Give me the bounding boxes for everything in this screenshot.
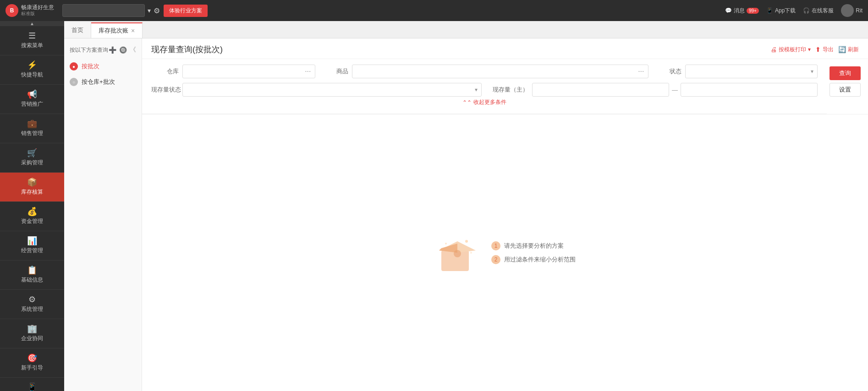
sidebar-item-operations[interactable]: 📊 经营管理 bbox=[0, 231, 64, 261]
enterprise-icon: 🏢 bbox=[27, 325, 37, 333]
sidebar-label-basics: 基础信息 bbox=[21, 276, 43, 284]
svg-point-4 bbox=[465, 240, 468, 243]
tab-close-btn[interactable]: × bbox=[131, 27, 135, 34]
sidebar-item-newbie[interactable]: 🎯 新手引导 bbox=[0, 348, 64, 378]
header-search-input[interactable] bbox=[62, 4, 145, 17]
filter-item-by-warehouse-batch[interactable]: ○ 按仓库+批次 bbox=[64, 74, 142, 90]
newbie-icon: 🎯 bbox=[27, 354, 37, 362]
sidebar-item-quick-nav[interactable]: ⚡ 快捷导航 bbox=[0, 55, 64, 85]
message-label: 消息 bbox=[734, 7, 745, 15]
header-dropdown-btn[interactable]: ▾ bbox=[148, 7, 151, 14]
export-btn[interactable]: ⬆ 导出 bbox=[815, 46, 834, 54]
warehouse-label: 仓库 bbox=[151, 67, 179, 76]
user-profile[interactable]: Rit bbox=[841, 4, 863, 17]
refresh-btn[interactable]: 🔄 刷新 bbox=[838, 46, 859, 54]
main-layout: ▲ ☰ 搜索菜单 ⚡ 快捷导航 📢 营销推广 💼 销售管理 🛒 采购管理 📦 库… bbox=[0, 21, 868, 391]
experience-btn[interactable]: 体验行业方案 bbox=[164, 5, 208, 17]
empty-state-content: 1 请先选择要分析的方案 2 用过滤条件来缩小分析范围 bbox=[434, 230, 576, 276]
status-select[interactable]: ▾ bbox=[685, 65, 818, 78]
content-area: 首页 库存批次账 × 按以下方案查询 ➕ 🔘 《 bbox=[64, 21, 868, 391]
avatar bbox=[841, 4, 854, 17]
basics-icon: 📋 bbox=[27, 266, 37, 274]
sales-icon: 💼 bbox=[27, 119, 37, 128]
sidebar-item-purchase[interactable]: 🛒 采购管理 bbox=[0, 143, 64, 173]
message-btn[interactable]: 💬 消息 99+ bbox=[725, 7, 759, 15]
range-separator: — bbox=[672, 87, 678, 93]
finance-icon: 💰 bbox=[27, 207, 37, 216]
filter-settings-btn[interactable]: 🔘 bbox=[119, 46, 127, 54]
search-form: 仓库 ··· 商品 ··· bbox=[142, 59, 827, 114]
inventory-icon: 📦 bbox=[27, 178, 37, 186]
headset-icon: 🎧 bbox=[803, 7, 810, 14]
sidebar-item-marketing[interactable]: 📢 营销推广 bbox=[0, 85, 64, 114]
query-btn[interactable]: 查询 bbox=[830, 66, 861, 80]
sidebar-item-basics[interactable]: 📋 基础信息 bbox=[0, 261, 64, 290]
empty-step-1: 1 请先选择要分析的方案 bbox=[491, 241, 576, 250]
stock-status-select[interactable]: ▾ bbox=[182, 83, 482, 97]
search-icon: ☰ bbox=[28, 32, 36, 40]
tab-inventory-batch[interactable]: 库存批次账 × bbox=[91, 22, 143, 38]
app-download-btn[interactable]: 📱 App下载 bbox=[766, 7, 796, 15]
empty-step-2: 2 用过滤条件来缩小分析范围 bbox=[491, 255, 576, 264]
form-button-area: 查询 设置 bbox=[827, 59, 868, 114]
warehouse-input[interactable]: ··· bbox=[182, 65, 315, 78]
sidebar-label-enterprise: 企业协同 bbox=[21, 335, 43, 342]
sidebar: ▲ ☰ 搜索菜单 ⚡ 快捷导航 📢 营销推广 💼 销售管理 🛒 采购管理 📦 库… bbox=[0, 21, 64, 391]
stock-amount-max[interactable] bbox=[681, 83, 818, 97]
status-label: 状态 bbox=[654, 67, 681, 76]
system-icon: ⚙ bbox=[28, 295, 36, 304]
collapse-row[interactable]: ⌃⌃ 收起更多条件 bbox=[151, 97, 818, 108]
sidebar-label-system: 系统管理 bbox=[21, 305, 43, 313]
warehouse-more-icon[interactable]: ··· bbox=[305, 67, 311, 76]
sidebar-scroll-up[interactable]: ▲ bbox=[0, 21, 64, 26]
sidebar-label-inventory: 库存核算 bbox=[21, 188, 43, 196]
query-content-wrapper: 现存量查询(按批次) 🖨 按模板打印 ▾ ⬆ 导出 🔄 bbox=[142, 38, 868, 391]
sidebar-item-search-menu[interactable]: ☰ 搜索菜单 bbox=[0, 26, 64, 55]
sidebar-label-quick-nav: 快捷导航 bbox=[21, 71, 43, 79]
sidebar-item-inventory[interactable]: 📦 库存核算 bbox=[0, 173, 64, 202]
sidebar-item-sales[interactable]: 💼 销售管理 bbox=[0, 114, 64, 143]
purchase-icon: 🛒 bbox=[27, 149, 37, 157]
filter-panel-header: 按以下方案查询 ➕ 🔘 《 bbox=[64, 43, 142, 57]
tab-bar: 首页 库存批次账 × bbox=[64, 21, 868, 38]
filter-collapse-btn[interactable]: 《 bbox=[130, 46, 136, 54]
product-more-icon[interactable]: ··· bbox=[638, 67, 644, 76]
sidebar-label-newbie: 新手引导 bbox=[21, 364, 43, 372]
header-right: 💬 消息 99+ 📱 App下载 🎧 在线客服 Rit bbox=[725, 4, 863, 17]
filter-item-by-batch[interactable]: ● 按批次 bbox=[64, 59, 142, 74]
empty-state: 1 请先选择要分析的方案 2 用过滤条件来缩小分析范围 bbox=[142, 114, 868, 391]
refresh-icon: 🔄 bbox=[838, 46, 846, 53]
app-version: 标准版 bbox=[21, 11, 54, 17]
status-chevron-icon: ▾ bbox=[811, 68, 813, 75]
stock-amount-field: 现存量（主） — bbox=[487, 83, 818, 97]
sidebar-item-apps[interactable]: 📱 应用中心 bbox=[0, 378, 64, 391]
sidebar-label-finance: 资金管理 bbox=[21, 217, 43, 225]
product-input[interactable]: ··· bbox=[352, 65, 648, 78]
sidebar-label-operations: 经营管理 bbox=[21, 247, 43, 255]
sidebar-item-system[interactable]: ⚙ 系统管理 bbox=[0, 290, 64, 319]
print-btn[interactable]: 🖨 按模板打印 ▾ bbox=[770, 46, 811, 54]
export-icon: ⬆ bbox=[815, 46, 821, 53]
sidebar-item-enterprise[interactable]: 🏢 企业协同 bbox=[0, 319, 64, 348]
message-icon: 💬 bbox=[725, 7, 732, 14]
svg-point-5 bbox=[445, 243, 447, 244]
settings-btn[interactable]: 设置 bbox=[830, 83, 861, 97]
quick-nav-icon: ⚡ bbox=[27, 61, 37, 69]
user-name: Rit bbox=[856, 7, 863, 14]
marketing-icon: 📢 bbox=[27, 90, 37, 98]
filter-add-btn[interactable]: ➕ bbox=[109, 46, 116, 54]
online-service-btn[interactable]: 🎧 在线客服 bbox=[803, 7, 834, 15]
stock-amount-min[interactable] bbox=[532, 83, 669, 97]
header-gear-btn[interactable]: ⚙ bbox=[154, 6, 160, 15]
top-header: B 畅康通好生意 标准版 ▾ ⚙ 体验行业方案 💬 消息 99+ 📱 App下载… bbox=[0, 0, 868, 21]
title-actions: 🖨 按模板打印 ▾ ⬆ 导出 🔄 刷新 bbox=[770, 46, 859, 54]
step-2-text: 用过滤条件来缩小分析范围 bbox=[504, 255, 576, 264]
empty-svg bbox=[434, 230, 480, 276]
sidebar-item-finance[interactable]: 💰 资金管理 bbox=[0, 202, 64, 231]
collapse-up-icon: ⌃⌃ bbox=[462, 99, 472, 106]
header-search-area: ▾ ⚙ bbox=[62, 4, 160, 17]
tab-home[interactable]: 首页 bbox=[64, 22, 91, 38]
print-chevron-icon: ▾ bbox=[808, 46, 811, 53]
stock-amount-label: 现存量（主） bbox=[487, 86, 528, 94]
page-title-bar: 现存量查询(按批次) 🖨 按模板打印 ▾ ⬆ 导出 🔄 bbox=[142, 38, 868, 59]
